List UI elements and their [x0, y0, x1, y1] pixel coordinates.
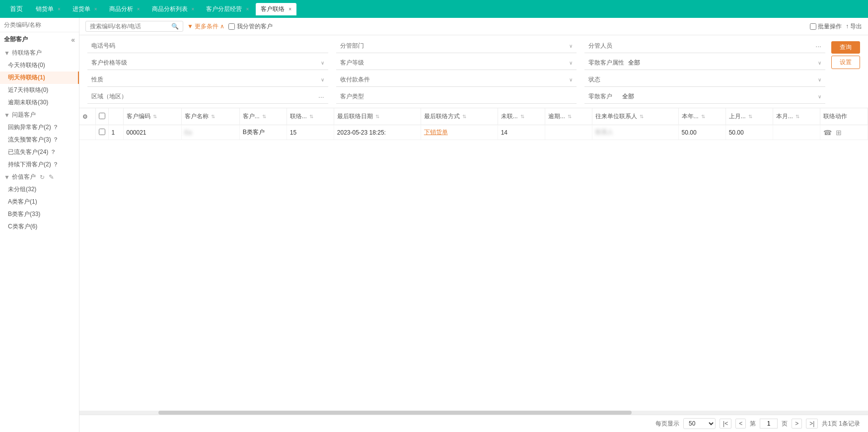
retail-attr-arrow[interactable]: ∨ [818, 60, 821, 66]
nav-purchase-close[interactable]: × [94, 6, 97, 12]
sort-code-icon[interactable]: ⇅ [153, 114, 157, 119]
sidebar-item-tomorrow-contact[interactable]: 明天待联络(1) [0, 72, 79, 84]
sidebar-search-input[interactable] [4, 21, 78, 28]
filter-icon: ▼ [187, 23, 193, 30]
sidebar-item-today-contact[interactable]: 今天待联络(0) [0, 59, 79, 72]
customer-level-arrow[interactable]: ∨ [569, 60, 573, 66]
nav-customer-contact[interactable]: 客户联络 × [256, 3, 296, 15]
my-customers-checkbox[interactable]: 我分管的客户 [228, 22, 273, 31]
sidebar-item-7day-contact[interactable]: 近7天待联络(0) [0, 84, 79, 96]
last-method-link[interactable]: 下销货单 [424, 129, 448, 136]
batch-op-btn[interactable]: 批量操作 [810, 22, 842, 31]
sidebar-item-churned[interactable]: 已流失客户(24) ？ [0, 146, 79, 158]
region-dots[interactable]: ··· [318, 93, 324, 101]
nav-product-analysis[interactable]: 商品分析 × [104, 3, 145, 15]
sidebar-item-overdue-contact[interactable]: 逾期未联络(30) [0, 96, 79, 109]
nav-sales-close[interactable]: × [58, 6, 61, 12]
th-index [108, 108, 123, 125]
sort-this-year-icon[interactable]: ⇅ [701, 114, 705, 119]
search-input[interactable] [90, 23, 169, 30]
horizontal-scrollbar[interactable] [79, 411, 868, 415]
select-all-checkbox[interactable] [99, 113, 105, 119]
td-type: B类客户 [239, 125, 287, 140]
page-number-input[interactable] [760, 419, 778, 429]
sort-overdue-icon[interactable]: ⇅ [568, 114, 572, 119]
filter-buttons: 查询 设置 [831, 39, 860, 104]
all-customers-item[interactable]: 全部客户 « [0, 32, 79, 47]
next-page-btn[interactable]: > [792, 419, 802, 429]
filter-status: 状态 ∨ [584, 73, 825, 87]
action-phone-icon[interactable]: ☎ [823, 129, 832, 137]
filter-customer-type: 客户类型 [336, 90, 577, 104]
nature-arrow[interactable]: ∨ [321, 77, 324, 82]
action-more-icon[interactable]: ⊞ [836, 129, 842, 137]
th-overdue: 逾期... ⇅ [545, 108, 592, 125]
sort-last-method-icon[interactable]: ⇅ [462, 114, 466, 119]
edit-icon[interactable]: ✎ [49, 173, 54, 181]
sidebar-item-churn-warning[interactable]: 流失预警客户(3) ？ [0, 134, 79, 146]
price-level-arrow[interactable]: ∨ [321, 60, 324, 66]
my-customers-input[interactable] [228, 23, 235, 30]
query-button[interactable]: 查询 [831, 41, 860, 54]
sort-contact-icon[interactable]: ⇅ [309, 114, 313, 119]
sidebar-item-class-b[interactable]: B类客户(33) [0, 208, 79, 220]
th-no-contact: 未联... ⇅ [498, 108, 545, 125]
nav-customer-tier[interactable]: 客户分层经营 × [201, 3, 254, 15]
sidebar-item-class-a[interactable]: A类客户(1) [0, 196, 79, 208]
th-this-month: 本月... ⇅ [773, 108, 820, 125]
nav-home[interactable]: 首页 [4, 2, 29, 15]
group-value-customers[interactable]: ▼ 价值客户 ↻ ✎ [0, 171, 79, 183]
first-page-btn[interactable]: |< [720, 419, 731, 429]
sort-last-month-icon[interactable]: ⇅ [748, 114, 752, 119]
batch-op-checkbox[interactable] [810, 23, 816, 30]
refresh-icon[interactable]: ↻ [40, 174, 45, 181]
manager-dots[interactable]: ··· [815, 42, 821, 50]
td-code: 000021 [123, 125, 181, 140]
filter-nature: 性质 ∨ [87, 73, 328, 87]
td-name: Ea [181, 125, 239, 140]
sidebar-item-ungrouped[interactable]: 未分组(32) [0, 183, 79, 196]
search-icon[interactable]: 🔍 [171, 23, 179, 30]
arrow-icon2: ▼ [4, 112, 10, 119]
sort-unit-contact-icon[interactable]: ⇅ [640, 114, 644, 119]
nav-sales[interactable]: 销货单 × [31, 3, 66, 15]
filter-row-4: 区域（地区） ··· 客户类型 零散客户 全部 [87, 90, 825, 104]
payment-arrow[interactable]: ∨ [569, 77, 573, 82]
sort-type-icon[interactable]: ⇅ [262, 114, 266, 119]
row-checkbox[interactable] [99, 129, 105, 135]
th-code: 客户编码 ⇅ [123, 108, 181, 125]
prev-page-btn[interactable]: < [735, 419, 746, 429]
group-pending-contact[interactable]: ▼ 待联络客户 [0, 47, 79, 59]
sort-no-contact-icon[interactable]: ⇅ [520, 114, 524, 119]
filter-phone: 电话号码 [87, 39, 328, 53]
sidebar-search-area: 🔍 [0, 18, 79, 32]
nav-purchase[interactable]: 进货单 × [68, 3, 102, 15]
sort-name-icon[interactable]: ⇅ [211, 114, 215, 119]
nav-customer-tier-close[interactable]: × [246, 6, 249, 12]
group-problem-customers[interactable]: ▼ 问题客户 [0, 109, 79, 121]
sort-last-date-icon[interactable]: ⇅ [375, 114, 379, 119]
last-page-btn[interactable]: >| [806, 419, 818, 429]
nav-product-analysis-list-close[interactable]: × [192, 6, 195, 12]
export-btn[interactable]: ↑ 导出 [846, 22, 862, 31]
toolbar: 🔍 ▼ 更多条件 ∧ 我分管的客户 批量操作 ↑ 导出 [79, 18, 868, 35]
status-arrow[interactable]: ∨ [818, 77, 821, 82]
nav-customer-contact-close[interactable]: × [289, 6, 291, 12]
sidebar-item-class-c[interactable]: C类客户(6) [0, 220, 79, 233]
dept-arrow[interactable]: ∨ [569, 43, 573, 49]
th-last-month: 上月... ⇅ [725, 108, 773, 125]
scrollbar-thumb [158, 411, 632, 415]
sidebar-item-abnormal-repurchase[interactable]: 回购异常客户(2) ？ [0, 121, 79, 134]
filter-row-2: 客户价格等级 ∨ 客户等级 ∨ 零散客户属性 [87, 56, 825, 70]
filter-btn[interactable]: ▼ 更多条件 ∧ [187, 22, 224, 31]
retail-customer-arrow[interactable]: ∨ [818, 94, 821, 99]
nav-product-analysis-close[interactable]: × [137, 6, 140, 12]
th-checkbox [95, 108, 108, 125]
nav-product-analysis-list[interactable]: 商品分析列表 × [147, 3, 200, 15]
table-header-row: ⚙ 客户编码 ⇅ 客户名称 ⇅ [79, 108, 868, 125]
per-page-select[interactable]: 50 100 200 [683, 418, 716, 429]
page-label: 第 [750, 420, 756, 428]
setting-button[interactable]: 设置 [831, 56, 860, 69]
sidebar-item-declining[interactable]: 持续下滑客户(2) ？ [0, 158, 79, 171]
sort-this-month-icon[interactable]: ⇅ [796, 114, 799, 119]
